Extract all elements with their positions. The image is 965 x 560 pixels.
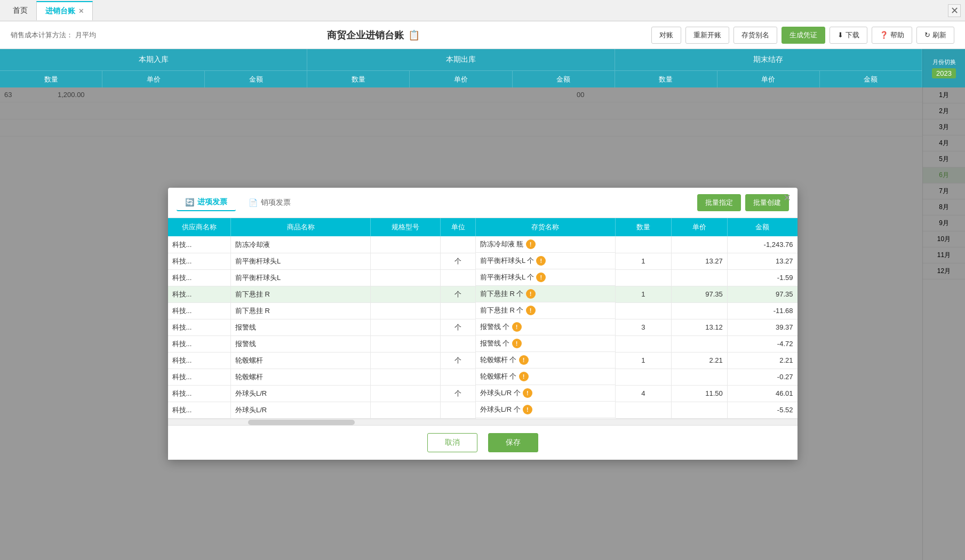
amount-label-3: 金额 xyxy=(820,71,922,87)
modal-overlay: 🔄 进项发票 📄 销项发票 批量指定 批量创建 ✕ xyxy=(0,87,965,560)
toolbar-buttons: 对账 重新开账 存货别名 生成凭证 ⬇ 下载 ❓ 帮助 ↻ 刷新 xyxy=(651,27,954,44)
modal-footer: 取消 保存 xyxy=(168,425,797,460)
table-row[interactable]: 科技...轮毂螺杆个轮毂螺杆 个!12.212.21 xyxy=(168,352,797,369)
table-row[interactable]: 科技...报警线报警线 个!-4.72 xyxy=(168,335,797,352)
inventory-name: 轮毂螺杆 个 xyxy=(480,355,517,365)
warning-icon: ! xyxy=(536,273,546,282)
download-button[interactable]: ⬇ 下载 xyxy=(830,27,867,44)
closing-stock-header: 期末结存 xyxy=(615,49,922,70)
col-spec: 规格型号 xyxy=(371,218,441,236)
reopen-button[interactable]: 重新开账 xyxy=(685,27,729,44)
table-row[interactable]: 科技...前下悬挂 R个前下悬挂 R 个!197.3597.35 xyxy=(168,286,797,302)
qty-label-2: 数量 xyxy=(307,71,410,87)
col-supplier: 供应商名称 xyxy=(168,218,231,236)
amount-label-2: 金额 xyxy=(513,71,615,87)
batch-create-button[interactable]: 批量创建 xyxy=(745,194,789,211)
modal-table[interactable]: 供应商名称 商品名称 规格型号 单位 存货名称 数量 单价 金额 科技 xyxy=(168,218,797,419)
warning-icon: ! xyxy=(512,339,522,348)
table-row[interactable]: 科技...前下悬挂 R前下悬挂 R 个!-11.68 xyxy=(168,302,797,319)
cost-method-value: 月平均 xyxy=(75,31,96,39)
inventory-name: 外球头L/R 个 xyxy=(480,388,521,398)
inventory-name: 报警线 个 xyxy=(480,339,510,348)
inventory-name: 防冻冷却液 瓶 xyxy=(480,239,524,249)
table-row[interactable]: 科技...前平衡杆球头L前平衡杆球头L 个!-1.59 xyxy=(168,269,797,286)
cost-method: 销售成本计算方法： 月平均 xyxy=(11,30,96,40)
generate-voucher-button[interactable]: 生成凭证 xyxy=(781,27,825,44)
col-product: 商品名称 xyxy=(231,218,371,236)
inventory-name: 报警线 个 xyxy=(480,322,510,332)
modal-hscrollbar[interactable] xyxy=(168,419,797,425)
warning-icon: ! xyxy=(526,239,536,249)
unit-price-label-3: 单价 xyxy=(717,71,820,87)
cancel-button[interactable]: 取消 xyxy=(427,433,477,452)
purchase-tab-icon: 🔄 xyxy=(185,198,194,206)
outbound-header: 本期出库 xyxy=(307,49,615,70)
page-title: 商贸企业进销台账 📋 xyxy=(96,29,651,42)
modal-close-button[interactable]: ✕ xyxy=(783,193,791,203)
bg-top-header: 本期入库 本期出库 期末结存 xyxy=(0,49,922,70)
unit-price-label-1: 单价 xyxy=(102,71,205,87)
unit-price-label-2: 单价 xyxy=(410,71,512,87)
inventory-name: 前平衡杆球头L 个 xyxy=(480,273,534,282)
table-row[interactable]: 科技...报警线个报警线 个!313.1239.37 xyxy=(168,319,797,335)
amount-label-1: 金额 xyxy=(205,71,307,87)
col-unit-price: 单价 xyxy=(671,218,727,236)
warning-icon: ! xyxy=(526,289,536,299)
table-row[interactable]: 科技...外球头L/R个外球头L/R 个!411.5046.01 xyxy=(168,385,797,402)
batch-assign-button[interactable]: 批量指定 xyxy=(697,194,741,211)
warning-icon: ! xyxy=(526,306,536,315)
save-button[interactable]: 保存 xyxy=(488,433,538,452)
purchase-tab-label: 进项发票 xyxy=(197,197,227,207)
modal-header-buttons: 批量指定 批量创建 xyxy=(697,194,789,211)
sales-tab-label: 销项发票 xyxy=(261,198,291,207)
modal-header: 🔄 进项发票 📄 销项发票 批量指定 批量创建 ✕ xyxy=(168,188,797,218)
title-doc-icon: 📋 xyxy=(408,29,420,41)
inbound-header: 本期入库 xyxy=(0,49,307,70)
inventory-name: 前下悬挂 R 个 xyxy=(480,306,524,315)
warning-icon: ! xyxy=(536,256,546,266)
table-row[interactable]: 科技...外球头L/R外球头L/R 个!-5.52 xyxy=(168,402,797,418)
save-alias-button[interactable]: 存货别名 xyxy=(733,27,777,44)
tab-ledger-close[interactable]: ✕ xyxy=(78,7,84,15)
main-area: 销售成本计算方法： 月平均 商贸企业进销台账 📋 对账 重新开账 存货别名 生成… xyxy=(0,21,965,560)
modal-dialog: 🔄 进项发票 📄 销项发票 批量指定 批量创建 ✕ xyxy=(168,188,797,460)
table-row[interactable]: 科技...轮毂螺杆轮毂螺杆 个!-0.27 xyxy=(168,369,797,385)
warning-icon: ! xyxy=(523,405,532,414)
toolbar: 销售成本计算方法： 月平均 商贸企业进销台账 📋 对账 重新开账 存货别名 生成… xyxy=(0,21,965,49)
modal-tab-sales[interactable]: 📄 销项发票 xyxy=(240,195,299,211)
window-close-button[interactable]: ✕ xyxy=(948,4,961,17)
warning-icon: ! xyxy=(512,322,522,332)
col-quantity: 数量 xyxy=(616,218,672,236)
tab-bar: 首页 进销台账 ✕ ✕ xyxy=(0,0,965,21)
modal-hscrollbar-thumb xyxy=(248,420,355,425)
refresh-icon: ↻ xyxy=(924,31,930,39)
qty-label-1: 数量 xyxy=(0,71,102,87)
page-title-text: 商贸企业进销台账 xyxy=(327,29,404,42)
inventory-name: 外球头L/R 个 xyxy=(480,405,521,414)
table-row[interactable]: 科技...前平衡杆球头L个前平衡杆球头L 个!113.2713.27 xyxy=(168,253,797,269)
side-panel-label: 月份切换 xyxy=(932,58,956,66)
tab-ledger-label: 进销台账 xyxy=(45,6,75,16)
col-amount: 金额 xyxy=(727,218,797,236)
col-unit: 单位 xyxy=(441,218,476,236)
col-inventory: 存货名称 xyxy=(475,218,615,236)
warning-icon: ! xyxy=(523,388,532,398)
refresh-button[interactable]: ↻ 刷新 xyxy=(916,27,954,44)
modal-tab-purchase[interactable]: 🔄 进项发票 xyxy=(177,194,236,211)
year-badge: 2023 xyxy=(932,68,956,78)
table-row[interactable]: 科技...防冻冷却液防冻冷却液 瓶!-1,243.76 xyxy=(168,236,797,253)
tab-ledger[interactable]: 进销台账 ✕ xyxy=(36,1,93,20)
cost-method-label: 销售成本计算方法： xyxy=(11,31,73,39)
tab-home[interactable]: 首页 xyxy=(4,2,36,20)
inventory-name: 前下悬挂 R 个 xyxy=(480,289,524,299)
help-button[interactable]: ❓ 帮助 xyxy=(872,27,912,44)
sales-tab-icon: 📄 xyxy=(249,198,258,207)
qty-label-3: 数量 xyxy=(615,71,717,87)
bg-sub-header: 数量 单价 金额 数量 单价 金额 数量 单价 金额 xyxy=(0,70,922,87)
reconcile-button[interactable]: 对账 xyxy=(651,27,681,44)
inventory-name: 前平衡杆球头L 个 xyxy=(480,256,534,266)
warning-icon: ! xyxy=(519,372,529,381)
help-icon: ❓ xyxy=(880,31,888,39)
download-icon: ⬇ xyxy=(838,31,843,39)
inventory-name: 轮毂螺杆 个 xyxy=(480,372,517,381)
